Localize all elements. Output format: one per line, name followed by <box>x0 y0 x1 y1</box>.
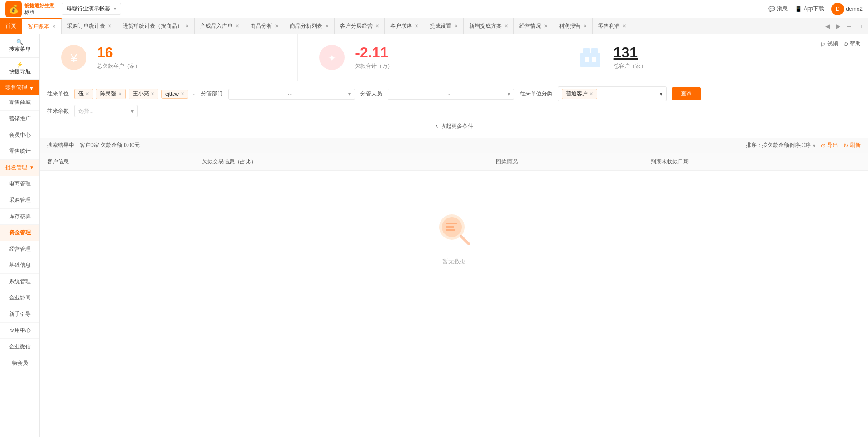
svg-rect-5 <box>583 48 590 54</box>
tab-business-status[interactable]: 经营情况 ✕ <box>514 18 553 34</box>
close-tab-icon[interactable]: ✕ <box>235 24 239 28</box>
search-menu-button[interactable]: 🔍 搜索菜单 <box>0 34 39 58</box>
remove-tag-wang[interactable]: ✕ <box>151 91 154 96</box>
stat-total-customers: ¥ 16 总欠款客户（家） <box>40 34 298 81</box>
app-download-button[interactable]: 📱 App下载 <box>795 5 824 13</box>
tab-home[interactable]: 首页 <box>0 18 22 34</box>
stat-debt-icon: ✦ <box>316 42 348 73</box>
sidebar-item-purchase-mgmt[interactable]: 采购管理 <box>0 192 39 209</box>
unit-label: 往来单位 <box>47 90 69 98</box>
query-button[interactable]: 查询 <box>672 87 701 100</box>
tab-scroll-left[interactable]: ◀ <box>823 22 832 31</box>
stat-debt-label: 欠款合计（万） <box>355 62 393 70</box>
sidebar-item-operations-mgmt[interactable]: 经营管理 <box>0 241 39 257</box>
sidebar-item-capital-mgmt[interactable]: 资金管理 <box>0 225 39 241</box>
stat-units-values: 131 总客户（家） <box>614 45 646 70</box>
workspace-selector[interactable]: 母婴行业演示帐套 ▾ <box>62 3 121 15</box>
tab-controls: ◀ ▶ ─ □ <box>819 22 868 31</box>
person-label: 分管人员 <box>360 90 382 98</box>
filter-tag-wang: 王小亮 ✕ <box>129 89 158 99</box>
tab-stock-stats-by-product[interactable]: 进货单统计表（按商品） ✕ <box>117 18 195 34</box>
dept-more-icon: ··· <box>288 91 293 97</box>
filter-area: 往来单位 伍 ✕ 陈民强 ✕ 王小亮 <box>40 81 868 138</box>
tab-customer-tier-ops[interactable]: 客户分层经营 ✕ <box>335 18 385 34</box>
tab-maximize[interactable]: □ <box>855 22 864 31</box>
logo-text: 畅捷通好生意 标版 <box>24 2 54 15</box>
tab-product-inbound[interactable]: 产成品入库单 ✕ <box>195 18 245 34</box>
close-tab-icon[interactable]: ✕ <box>583 24 587 28</box>
tab-product-analysis[interactable]: 商品分析 ✕ <box>245 18 284 34</box>
data-table: 客户信息 欠款交易信息（占比） 回款情况 到期未收款日期 <box>40 153 868 171</box>
sidebar-item-new-user-guide[interactable]: 新手引导 <box>0 306 39 323</box>
close-tab-icon[interactable]: ✕ <box>415 24 418 28</box>
search-icon: 🔍 <box>16 39 23 45</box>
tab-promotion-settings[interactable]: 提成设置 ✕ <box>424 18 464 34</box>
sidebar-item-basic-info[interactable]: 基础信息 <box>0 257 39 274</box>
close-tab-icon[interactable]: ✕ <box>375 24 379 28</box>
close-tab-icon[interactable]: ✕ <box>325 24 329 28</box>
remove-tag-wu[interactable]: ✕ <box>86 91 89 96</box>
sidebar-item-enterprise-collab[interactable]: 企业协同 <box>0 290 39 306</box>
person-selector[interactable]: ··· ▾ <box>388 89 514 100</box>
tab-scroll-right[interactable]: ▶ <box>834 22 843 31</box>
tab-profit-report[interactable]: 利润报告 ✕ <box>553 18 593 34</box>
help-button[interactable]: ⊙ 帮助 <box>844 40 861 48</box>
tab-retail-profit[interactable]: 零售利润 ✕ <box>593 18 632 34</box>
sidebar-item-enterprise-wechat[interactable]: 企业微信 <box>0 339 39 355</box>
quick-nav-button[interactable]: ⚡ 快捷导航 <box>0 58 39 80</box>
message-button[interactable]: 💬 消息 <box>768 5 788 13</box>
close-tab-icon[interactable]: ✕ <box>52 24 56 29</box>
close-tab-icon[interactable]: ✕ <box>108 24 111 28</box>
remove-tag-cjttcw[interactable]: ✕ <box>181 91 184 96</box>
svg-text:¥: ¥ <box>70 51 77 65</box>
video-help-button[interactable]: ▷ 视频 <box>821 40 838 48</box>
remove-tag-chen[interactable]: ✕ <box>118 91 122 96</box>
close-tab-icon[interactable]: ✕ <box>275 24 278 28</box>
stat-total-units: 131 总客户（家） <box>556 34 814 81</box>
tab-customer-account[interactable]: 客户账本 ✕ <box>22 18 62 34</box>
close-tab-icon[interactable]: ✕ <box>185 24 189 28</box>
close-tab-icon[interactable]: ✕ <box>454 24 458 28</box>
sidebar-section-retail[interactable]: 零售管理 ▼ <box>0 80 39 95</box>
tab-purchase-order-stats[interactable]: 采购订单统计表 ✕ <box>62 18 117 34</box>
balance-selector[interactable]: 选择... ▾ <box>74 105 138 117</box>
tab-product-analysis-list[interactable]: 商品分析列表 ✕ <box>284 18 335 34</box>
col-customer-info: 客户信息 <box>40 153 195 171</box>
more-tags-button[interactable]: ··· <box>191 91 196 97</box>
close-tab-icon[interactable]: ✕ <box>544 24 547 28</box>
sidebar-item-app-center[interactable]: 应用中心 <box>0 323 39 339</box>
balance-arrow-icon: ▾ <box>131 108 134 114</box>
collapse-filter-button[interactable]: ∧ 收起更多条件 <box>429 121 479 132</box>
export-button[interactable]: ⊙ 导出 <box>821 142 838 149</box>
sidebar-item-retail-stats[interactable]: 零售统计 <box>0 143 39 160</box>
empty-state: 暂无数据 <box>40 171 868 302</box>
sort-selector[interactable]: 排序：按欠款金额倒序排序 ▾ <box>746 142 815 149</box>
tab-customer-contact[interactable]: 客户联络 ✕ <box>385 18 424 34</box>
sidebar-item-retail-mall[interactable]: 零售商城 <box>0 95 39 111</box>
user-avatar[interactable]: D demo2 <box>831 3 863 15</box>
unit-class-selector[interactable]: 普通客户 ✕ ▾ <box>558 86 667 101</box>
tab-new-promotion-plan[interactable]: 新增提成方案 ✕ <box>464 18 514 34</box>
close-tab-icon[interactable]: ✕ <box>504 24 508 28</box>
remove-tag-normal-customer[interactable]: ✕ <box>590 91 593 96</box>
sidebar-item-marketing-promo[interactable]: 营销推广 <box>0 111 39 127</box>
sidebar-item-vip-member[interactable]: 畅会员 <box>0 355 39 371</box>
sort-arrow-icon: ▾ <box>813 142 815 149</box>
sidebar-item-ecommerce-mgmt[interactable]: 电商管理 <box>0 176 39 192</box>
help-icon: ⊙ <box>844 41 848 47</box>
unit-filter-tags: 伍 ✕ 陈民强 ✕ 王小亮 ✕ <box>74 89 196 99</box>
refresh-button[interactable]: ↻ 刷新 <box>844 142 861 149</box>
close-tab-icon[interactable]: ✕ <box>623 24 626 28</box>
sidebar-item-system-mgmt[interactable]: 系统管理 <box>0 274 39 290</box>
svg-rect-4 <box>580 53 600 67</box>
person-arrow-icon: ▾ <box>508 91 510 97</box>
sidebar: 🔍 搜索菜单 ⚡ 快捷导航 零售管理 ▼ 零售商城 营销推广 会员 <box>0 34 40 437</box>
tab-minimize[interactable]: ─ <box>844 22 854 31</box>
stat-customers-number: 16 <box>97 45 140 61</box>
sidebar-item-inventory-check[interactable]: 库存核算 <box>0 209 39 225</box>
dept-selector[interactable]: ··· ▾ <box>228 89 355 100</box>
sidebar-item-wholesale-mgmt[interactable]: 批发管理 ▼ <box>0 160 39 176</box>
sidebar-item-member-center[interactable]: 会员中心 <box>0 127 39 143</box>
svg-rect-6 <box>591 48 598 54</box>
col-overdue-date: 到期未收款日期 <box>643 153 868 171</box>
